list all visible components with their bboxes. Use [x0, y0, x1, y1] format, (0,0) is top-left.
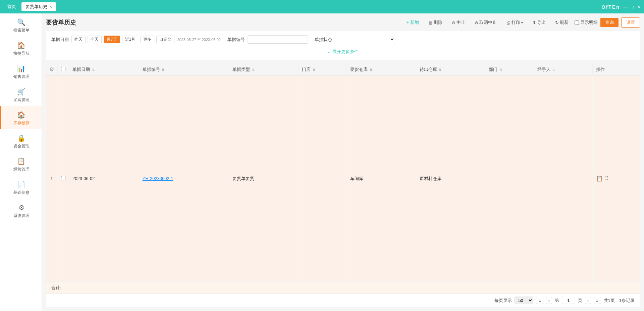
th-doc-type[interactable]: 单据类型 ⇅: [229, 63, 298, 76]
table-body: 1 2023-06-02 YH-20230602-1 要货单要货 车间库 原材料…: [46, 76, 640, 282]
page-number-input[interactable]: [562, 297, 575, 304]
sidebar-item-sales[interactable]: 📊 销售管理: [0, 60, 42, 83]
row-edit-icon[interactable]: ⠿: [605, 175, 609, 182]
tab-home[interactable]: 首页: [3, 2, 20, 11]
export-button[interactable]: ⬆ 导出: [529, 18, 549, 27]
th-handler[interactable]: 经手人 ⇅: [534, 63, 592, 76]
tab-active[interactable]: 要货单历史 ×: [21, 2, 56, 11]
th-doc-date[interactable]: 单据日期 ⇅: [69, 63, 139, 76]
top-bar-right: OfTEn — □ ✕: [601, 4, 641, 10]
prev-page-btn[interactable]: ‹: [546, 297, 552, 304]
stop-button[interactable]: ⊘ 中止: [448, 18, 469, 27]
delete-button[interactable]: 🗑 删除: [425, 18, 446, 27]
tab-close-icon[interactable]: ×: [49, 4, 52, 9]
req-warehouse-sort-icon: ⇅: [370, 68, 372, 72]
quick-nav-icon: 🏠: [17, 41, 25, 49]
sidebar-item-search[interactable]: 🔍 搜索菜单: [0, 13, 42, 37]
th-settings[interactable]: ⚙: [46, 63, 58, 76]
status-select[interactable]: [335, 35, 395, 44]
window-maximize[interactable]: □: [631, 4, 634, 9]
date-btn-7days[interactable]: 近7天: [104, 36, 120, 43]
th-pending-warehouse-label: 待出仓库: [420, 67, 437, 72]
show-detail-checkbox[interactable]: 显示明细: [575, 19, 598, 26]
delete-icon: 🗑: [428, 20, 433, 25]
dept-sort-icon: ⇅: [499, 68, 502, 72]
th-doc-no[interactable]: 单据编号 ⇅: [139, 63, 229, 76]
refresh-icon: ↻: [555, 20, 559, 25]
export-icon: ⬆: [532, 20, 536, 25]
row-checkbox-cell: [58, 76, 69, 282]
operations-icon: 📋: [17, 157, 25, 165]
print-icon: 🖨: [506, 20, 511, 25]
th-doc-type-label: 单据类型: [232, 67, 250, 72]
th-actions: 操作: [593, 63, 640, 76]
window-minimize[interactable]: —: [623, 4, 628, 9]
th-req-warehouse[interactable]: 要货仓库 ⇅: [347, 63, 416, 76]
date-btn-more[interactable]: 更多: [140, 36, 154, 43]
search-menu-icon: 🔍: [17, 18, 25, 26]
th-pending-warehouse[interactable]: 待出仓库 ⇅: [416, 63, 485, 76]
th-doc-no-label: 单据编号: [143, 67, 160, 72]
sidebar-item-quicknav-label: 快捷导航: [13, 51, 30, 56]
top-bar: 首页 要货单历史 × OfTEn — □ ✕: [0, 0, 644, 13]
date-btn-1month[interactable]: 近1月: [122, 36, 139, 43]
first-page-btn[interactable]: «: [536, 297, 543, 304]
sidebar-item-quicknav[interactable]: 🏠 快捷导航: [0, 37, 42, 60]
settings-gear-icon[interactable]: ⚙: [49, 66, 54, 72]
row-doc-no[interactable]: YH-20230602-1: [139, 76, 229, 282]
cancel-stop-button[interactable]: ⊘ 取消中止: [471, 18, 500, 27]
sidebar-item-finance[interactable]: 🔒 资金管理: [0, 129, 42, 152]
sidebar-item-operations[interactable]: 📋 经营管理: [0, 152, 42, 176]
per-page-select[interactable]: 10 20 50 100: [515, 297, 533, 304]
last-page-btn[interactable]: »: [594, 297, 601, 304]
th-dept[interactable]: 部门 ⇅: [485, 63, 534, 76]
expand-more[interactable]: ⌄ 展开更多条件: [51, 47, 635, 56]
table-header-row: ⚙ 单据日期 ⇅ 单据编号 ⇅: [46, 63, 640, 76]
row-handler: [534, 76, 592, 282]
row-view-icon[interactable]: 📋: [596, 175, 603, 182]
row-num: 1: [46, 76, 58, 282]
table-row: 1 2023-06-02 YH-20230602-1 要货单要货 车间库 原材料…: [46, 76, 640, 282]
sidebar-item-system[interactable]: ⚙ 系统管理: [0, 199, 42, 222]
filter-bar: 单据日期 昨天 今天 近7天 近1月 更多 自定义 2023-05-27 至 2…: [46, 31, 640, 60]
sidebar-item-basic-info[interactable]: 📄 基础信息: [0, 176, 42, 199]
print-button[interactable]: 🖨 打印 ▾: [503, 18, 526, 27]
next-page-btn[interactable]: ›: [585, 297, 591, 304]
page-label: 第: [555, 298, 559, 304]
window-close[interactable]: ✕: [637, 4, 641, 9]
main-layout: 🔍 搜索菜单 🏠 快捷导航 📊 销售管理 🛒 采购管理 🏠 库存核算 🔒 资金管…: [0, 13, 644, 311]
new-button[interactable]: + 新增: [403, 18, 422, 27]
page-title: 要货单历史: [46, 18, 403, 27]
row-doc-type: 要货单要货: [229, 76, 298, 282]
show-detail-input[interactable]: [575, 20, 579, 25]
sidebar-item-system-label: 系统管理: [13, 213, 30, 219]
date-btn-yesterday[interactable]: 昨天: [71, 36, 86, 43]
data-table: ⚙ 单据日期 ⇅ 单据编号 ⇅: [46, 63, 640, 282]
settings-button[interactable]: 设置: [621, 17, 640, 28]
docno-filter-group: 单据编号: [227, 35, 308, 44]
doc-type-sort-icon: ⇅: [252, 68, 255, 72]
pagination-summary: 共1页，1条记录: [604, 298, 635, 304]
th-store[interactable]: 门店 ⇅: [298, 63, 347, 76]
basic-info-icon: 📄: [17, 180, 25, 188]
sidebar-item-inventory-label: 库存核算: [13, 120, 30, 126]
inventory-icon: 🏠: [17, 111, 25, 119]
sidebar-item-purchase[interactable]: 🛒 采购管理: [0, 83, 42, 106]
date-filter-label: 单据日期: [51, 37, 69, 43]
purchase-icon: 🛒: [17, 88, 25, 96]
active-tab-label: 要货单历史: [25, 4, 47, 10]
date-btn-custom[interactable]: 自定义: [156, 36, 174, 43]
select-all-checkbox[interactable]: [61, 67, 65, 71]
date-btn-today[interactable]: 今天: [88, 36, 102, 43]
docno-label: 单据编号: [227, 37, 245, 43]
docno-input[interactable]: [248, 35, 308, 44]
date-range-display: 2023-05-27 至 2023-06-02: [177, 37, 221, 42]
row-pending-warehouse: 原材料仓库: [416, 76, 485, 282]
sidebar-item-inventory[interactable]: 🏠 库存核算: [0, 106, 42, 129]
finance-icon: 🔒: [17, 134, 25, 142]
row-checkbox[interactable]: [61, 176, 65, 180]
refresh-button[interactable]: ↻ 刷新: [552, 18, 572, 27]
sidebar-item-operations-label: 经营管理: [13, 167, 30, 172]
query-button[interactable]: 查询: [600, 18, 619, 27]
sidebar: 🔍 搜索菜单 🏠 快捷导航 📊 销售管理 🛒 采购管理 🏠 库存核算 🔒 资金管…: [0, 13, 42, 311]
